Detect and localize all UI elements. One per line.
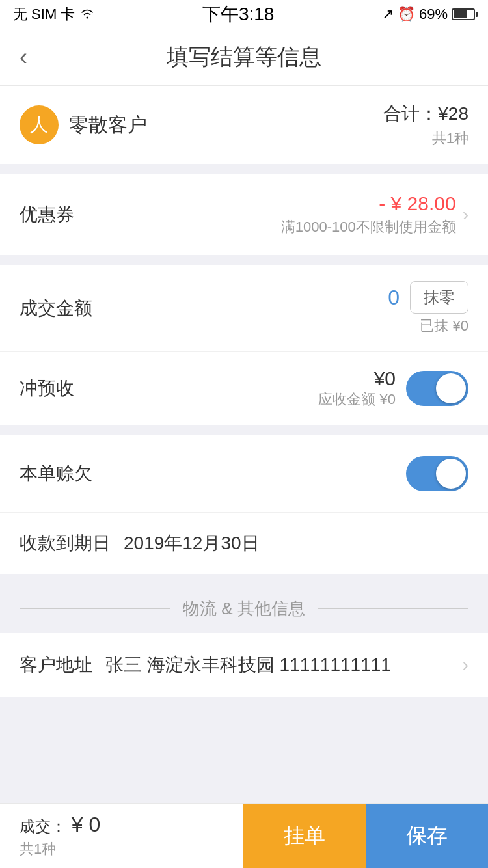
total-count: 共1种: [383, 129, 468, 148]
prepay-right: ¥0 应收金额 ¥0: [318, 368, 468, 409]
debt-row: 本单赊欠: [0, 435, 488, 513]
customer-name: 零散客户: [69, 112, 147, 139]
coupon-label: 优惠券: [20, 202, 74, 227]
logistics-title: 物流 & 其他信息: [170, 597, 318, 620]
nav-bar: ‹ 填写结算等信息: [0, 29, 488, 86]
battery-icon: [452, 8, 475, 20]
due-date-value: 2019年12月30日: [124, 531, 260, 556]
prepay-row: 冲预收 ¥0 应收金额 ¥0: [0, 352, 488, 425]
coupon-chevron-icon: ›: [463, 204, 468, 225]
customer-section: 人 零散客户 合计：¥28 共1种: [0, 86, 488, 164]
logistics-line-left: [20, 608, 170, 609]
address-row[interactable]: 客户地址 张三 海淀永丰科技园 11111111111 ›: [0, 633, 488, 697]
coupon-right: - ¥ 28.00 满1000-100不限制使用金额 ›: [281, 193, 468, 237]
bottom-deal-row: 成交： ¥ 0: [20, 813, 224, 837]
bottom-deal-label: 成交：: [20, 817, 66, 835]
location-icon: ↗: [382, 6, 394, 23]
debt-toggle-knob: [436, 459, 466, 489]
deal-amount-label: 成交金额: [20, 296, 92, 321]
bottom-count: 共1种: [20, 839, 224, 859]
debt-label: 本单赊欠: [20, 461, 92, 486]
coupon-amount: - ¥ 28.00: [281, 193, 456, 215]
avatar: 人: [20, 105, 59, 144]
due-date-row: 收款到期日 2019年12月30日: [0, 513, 488, 574]
deal-amount-row: 成交金额 0 抹零 已抹 ¥0: [0, 265, 488, 352]
bottom-info: 成交： ¥ 0 共1种: [0, 813, 243, 859]
address-chevron-icon: ›: [463, 655, 468, 675]
page-title: 填写结算等信息: [167, 42, 321, 72]
hang-button[interactable]: 挂单: [243, 804, 366, 869]
logistics-line-right: [318, 608, 468, 609]
round-button[interactable]: 抹零: [410, 281, 468, 314]
address-value: 张三 海淀永丰科技园 11111111111: [105, 653, 463, 677]
deal-amount-value: 0: [388, 286, 400, 310]
debt-toggle[interactable]: [406, 456, 468, 491]
coupon-section[interactable]: 优惠券 - ¥ 28.00 满1000-100不限制使用金额 ›: [0, 174, 488, 255]
back-button[interactable]: ‹: [20, 44, 27, 71]
coupon-desc: 满1000-100不限制使用金额: [281, 217, 456, 237]
deal-amount-sub: 已抹 ¥0: [420, 316, 468, 336]
save-button[interactable]: 保存: [366, 804, 488, 869]
address-label: 客户地址: [20, 653, 92, 677]
status-bar: 无 SIM 卡 下午3:18 ↗ ⏰ 69%: [0, 0, 488, 29]
sim-label: 无 SIM 卡: [13, 5, 75, 24]
alarm-icon: ⏰: [398, 6, 415, 23]
prepay-label: 冲预收: [20, 376, 74, 401]
prepay-toggle-knob: [436, 373, 466, 403]
prepay-sub: 应收金额 ¥0: [318, 390, 396, 409]
status-time: 下午3:18: [202, 2, 275, 27]
due-date-label: 收款到期日: [20, 531, 111, 556]
address-section[interactable]: 客户地址 张三 海淀永丰科技园 11111111111 ›: [0, 633, 488, 697]
wifi-icon: [80, 6, 94, 23]
prepay-amount: ¥0: [318, 368, 396, 390]
coupon-value: - ¥ 28.00 满1000-100不限制使用金额: [281, 193, 456, 237]
total-price: 合计：¥28: [383, 102, 468, 126]
bottom-bar: 成交： ¥ 0 共1种 挂单 保存: [0, 803, 488, 868]
customer-info: 人 零散客户: [20, 105, 147, 144]
coupon-row[interactable]: 优惠券 - ¥ 28.00 满1000-100不限制使用金额 ›: [0, 174, 488, 255]
deal-value-row: 0 抹零: [388, 281, 468, 314]
status-right: ↗ ⏰ 69%: [382, 6, 475, 23]
bottom-deal-amount: ¥ 0: [72, 813, 100, 836]
battery-percent: 69%: [419, 6, 448, 23]
prepay-toggle[interactable]: [406, 371, 468, 406]
deal-section: 成交金额 0 抹零 已抹 ¥0 冲预收 ¥0 应收金额 ¥0: [0, 265, 488, 425]
debt-section: 本单赊欠 收款到期日 2019年12月30日: [0, 435, 488, 574]
deal-amount-right: 0 抹零 已抹 ¥0: [388, 281, 468, 336]
section-divider: [0, 574, 488, 584]
status-left: 无 SIM 卡: [13, 5, 94, 24]
logistics-header: 物流 & 其他信息: [0, 584, 488, 633]
customer-total: 合计：¥28 共1种: [383, 102, 468, 148]
avatar-icon: 人: [30, 113, 48, 137]
prepay-value-row: ¥0 应收金额 ¥0: [318, 368, 468, 409]
